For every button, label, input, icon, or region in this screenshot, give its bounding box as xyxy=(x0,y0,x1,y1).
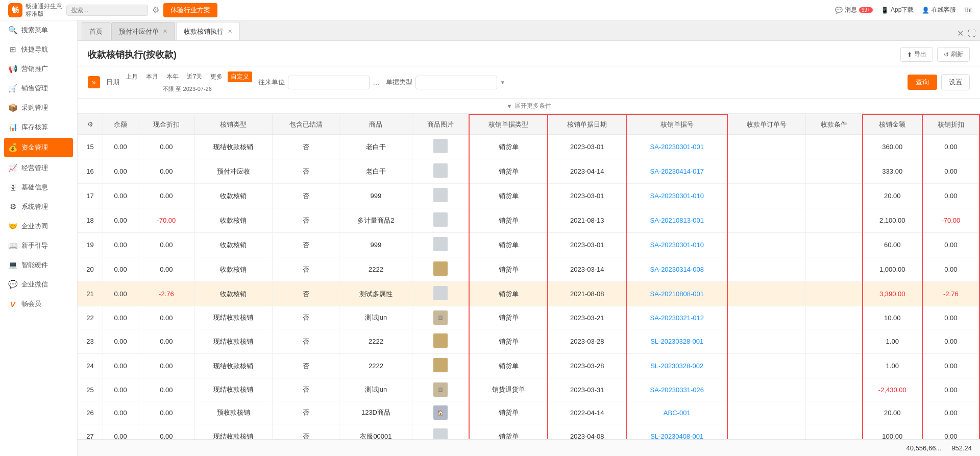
online-service-button[interactable]: 👤 在线客服 xyxy=(922,6,956,14)
row-index: 27 xyxy=(78,424,103,440)
verify-number[interactable]: SA-20230301-001 xyxy=(626,135,727,159)
verify-number[interactable]: SA-20230414-017 xyxy=(626,159,727,184)
verify-number-link[interactable]: SA-20230301-010 xyxy=(650,192,704,200)
refresh-button[interactable]: ↺ 刷新 xyxy=(937,47,970,62)
sidebar-item-inventory[interactable]: 📊 库存核算 xyxy=(0,117,77,137)
table-row: 250.000.00现结收款核销否测试jun🖼销货退货单2023-03-31SA… xyxy=(78,378,979,401)
page-content: 收款核销执行(按收款) ⬆ 导出 ↺ 刷新 » 日期 xyxy=(78,41,980,456)
partner-input[interactable] xyxy=(288,76,370,89)
close-window-icon[interactable]: ✕ xyxy=(957,29,964,38)
tab-prepay[interactable]: 预付冲应付单 ✕ xyxy=(111,22,175,40)
content-area: 首页 预付冲应付单 ✕ 收款核销执行 ✕ ✕ ⛶ 收款核销执行(按收款) xyxy=(78,20,980,456)
verify-number[interactable]: SA-20230321-012 xyxy=(626,306,727,329)
receipt-tab-close[interactable]: ✕ xyxy=(228,28,232,35)
settings-button[interactable]: 设置 xyxy=(941,74,970,90)
table-row: 160.000.00预付冲应收否老白干销货单2023-04-14SA-20230… xyxy=(78,159,979,184)
last-7-days-button[interactable]: 近7天 xyxy=(184,71,206,82)
tab-home[interactable]: 首页 xyxy=(82,22,110,40)
verify-number-link[interactable]: SA-20230414-017 xyxy=(650,167,704,175)
verify-discount: 0.00 xyxy=(922,184,979,208)
verify-number[interactable]: SL-20230328-001 xyxy=(626,329,727,354)
expand-more-bar[interactable]: ▼ 展开更多条件 xyxy=(78,99,980,114)
sidebar-item-operations[interactable]: 📈 经营管理 xyxy=(0,158,77,178)
sidebar-item-finance[interactable]: 💰 资金管理 xyxy=(4,138,73,157)
verify-number[interactable]: SA-20210813-001 xyxy=(626,208,727,233)
more-date-button[interactable]: 更多 xyxy=(207,71,226,82)
sidebar-item-purchase[interactable]: 📦 采购管理 xyxy=(0,98,77,117)
user-menu[interactable]: Rit xyxy=(964,7,972,14)
sidebar-item-sales[interactable]: 🛒 销售管理 xyxy=(0,79,77,98)
balance: 0.00 xyxy=(103,424,138,440)
verify-number-link[interactable]: SL-20230328-001 xyxy=(650,338,703,345)
industry-solution-button[interactable]: 休验行业方案 xyxy=(163,3,217,17)
verify-bill-type: 销货单 xyxy=(469,208,548,233)
gear-button[interactable]: ⚙ xyxy=(152,5,159,15)
tab-receipt[interactable]: 收款核销执行 ✕ xyxy=(176,22,240,40)
verify-number-link[interactable]: SA-20230301-010 xyxy=(650,241,704,249)
goods-image-thumb: 🖼 xyxy=(433,382,448,397)
verify-number-link[interactable]: SA-20230314-008 xyxy=(650,266,704,273)
verify-bill-type: 销货单 xyxy=(469,306,548,329)
query-button[interactable]: 查询 xyxy=(908,75,937,90)
goods-image xyxy=(412,257,469,282)
app-download-button[interactable]: 📱 App下载 xyxy=(881,6,914,14)
this-month-button[interactable]: 本月 xyxy=(143,71,161,82)
member-icon: V xyxy=(8,299,17,308)
verify-number[interactable]: SA-20230301-010 xyxy=(626,184,727,208)
export-button[interactable]: ⬆ 导出 xyxy=(900,47,933,62)
search-input[interactable] xyxy=(66,5,148,16)
verify-number-link[interactable]: SL-20230408-001 xyxy=(650,433,703,439)
th-settings[interactable]: ⚙ xyxy=(78,114,103,135)
verify-number-link[interactable]: SL-20230328-002 xyxy=(650,362,703,370)
verify-type: 现结收款核销 xyxy=(194,306,272,329)
page-header: 收款核销执行(按收款) ⬆ 导出 ↺ 刷新 xyxy=(78,41,980,66)
sidebar-item-marketing[interactable]: 📢 营销推广 xyxy=(0,59,77,79)
goods: 123D商品 xyxy=(339,401,412,424)
verify-type: 现结收款核销 xyxy=(194,135,272,159)
maximize-icon[interactable]: ⛶ xyxy=(968,29,976,38)
sidebar-item-search[interactable]: 🔍 搜索菜单 xyxy=(0,20,77,40)
sidebar-item-member[interactable]: V 畅会员 xyxy=(0,294,77,314)
sidebar-item-newbie[interactable]: 📖 新手引导 xyxy=(0,236,77,255)
filter-toggle-button[interactable]: » xyxy=(88,76,100,88)
verify-number[interactable]: SA-20230331-026 xyxy=(626,378,727,401)
verify-number[interactable]: SA-20210808-001 xyxy=(626,282,727,306)
order-type-input[interactable] xyxy=(415,76,497,89)
custom-date-button[interactable]: 自定义 xyxy=(228,71,252,82)
verify-bill-type: 销货退货单 xyxy=(469,378,548,401)
verify-number[interactable]: SA-20230301-010 xyxy=(626,233,727,257)
verify-number-link[interactable]: SA-20230331-026 xyxy=(650,386,704,394)
receipt-order-no xyxy=(727,135,805,159)
partner-ellipsis[interactable]: ... xyxy=(373,78,379,87)
verify-number-link[interactable]: SA-20230301-001 xyxy=(650,143,704,151)
verify-number-link[interactable]: SA-20210813-001 xyxy=(650,217,704,224)
balance: 0.00 xyxy=(103,208,138,233)
this-year-button[interactable]: 本年 xyxy=(163,71,182,82)
verify-amount: 20.00 xyxy=(863,184,922,208)
verify-number[interactable]: SA-20230314-008 xyxy=(626,257,727,282)
verify-date: 2023-04-08 xyxy=(548,424,626,440)
sidebar-item-system[interactable]: ⚙ 系统管理 xyxy=(0,197,77,217)
sidebar-item-base[interactable]: 🗄 基础信息 xyxy=(0,178,77,197)
goods-image xyxy=(412,135,469,159)
order-type-chevron[interactable]: ▼ xyxy=(500,80,505,85)
verify-number-link[interactable]: ABC-001 xyxy=(664,409,691,417)
last-month-button[interactable]: 上月 xyxy=(122,71,141,82)
verify-number[interactable]: ABC-001 xyxy=(626,401,727,424)
verify-number[interactable]: SL-20230328-002 xyxy=(626,354,727,378)
prepay-tab-close[interactable]: ✕ xyxy=(163,28,167,35)
order-type-label: 单据类型 xyxy=(386,78,412,87)
sidebar-item-quick-nav[interactable]: ⊞ 快捷导航 xyxy=(0,40,77,59)
verify-number[interactable]: SL-20230408-001 xyxy=(626,424,727,440)
sidebar-item-wechat[interactable]: 💬 企业微信 xyxy=(0,275,77,294)
message-button[interactable]: 💬 消息 99+ xyxy=(835,6,873,14)
top-bar-left: 畅 畅捷通好生意 标准版 ⚙ 休验行业方案 xyxy=(8,3,829,17)
goods: 999 xyxy=(339,233,412,257)
receipt-order-no xyxy=(727,424,805,440)
sidebar-item-hardware[interactable]: 💻 智能硬件 xyxy=(0,255,77,275)
verify-number-link[interactable]: SA-20230321-012 xyxy=(650,314,704,322)
verify-number-link[interactable]: SA-20210808-001 xyxy=(650,290,704,298)
message-badge: 99+ xyxy=(859,7,873,13)
sidebar-item-enterprise[interactable]: 🤝 企业协同 xyxy=(0,217,77,236)
tab-bar-right: ✕ ⛶ xyxy=(957,29,976,40)
